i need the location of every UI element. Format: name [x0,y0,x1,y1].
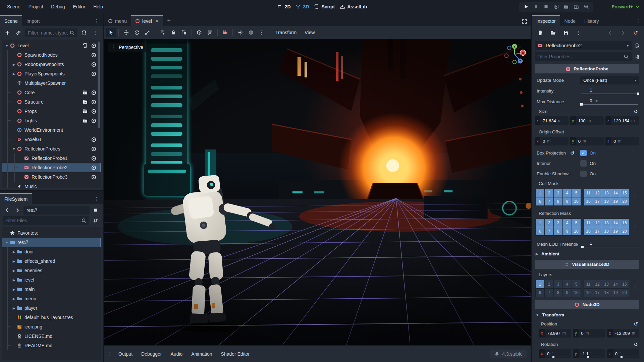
reflection_mask-bit-12[interactable]: 12 [593,219,602,227]
scene-tree-row[interactable]: ReflectionProbe3 [2,172,101,182]
expander-icon[interactable]: ▶ [11,72,17,76]
expander-icon[interactable]: ▶ [11,278,17,282]
bottom-panel-shader-editor[interactable]: Shader Editor [217,349,254,359]
cull_mask-bit-10[interactable]: 10 [572,197,581,206]
reflection_mask-bit-14[interactable]: 14 [611,219,620,227]
fs-filter-input[interactable]: Filter Files [3,216,89,225]
reflection_mask-bit-15[interactable]: 15 [620,219,629,227]
reflection_mask-bit-11[interactable]: 11 [584,219,593,227]
renderer-selector[interactable]: Forward+ [612,4,640,9]
visibility-eye-icon[interactable] [91,146,97,152]
slider-handle[interactable] [580,103,583,106]
scene-tab-menu[interactable]: menu [104,15,131,26]
position-y-spinbox[interactable]: y0m [573,329,605,338]
expander-icon[interactable]: ▶ [11,259,17,263]
expander-icon[interactable]: ▶ [11,63,17,66]
filesystem-row[interactable]: default_bus_layout.tres [2,313,101,322]
mini-slider-handle[interactable] [621,356,623,358]
scene-tree-row[interactable]: Music [2,182,101,188]
transform-menu[interactable]: Transform [272,28,300,37]
cull_mask-bit-3[interactable]: 3 [553,189,563,197]
reflection_mask-bit-4[interactable]: 4 [562,219,572,227]
size-y-spinbox[interactable]: y100m [570,116,604,125]
fs-back-button[interactable] [3,206,11,215]
inspector-tools-button[interactable] [633,54,642,59]
reflection_mask-bit-13[interactable]: 13 [602,219,611,227]
dots-vertical-icon[interactable]: ⋮ [94,18,99,24]
expander-icon[interactable]: ▶ [11,269,17,273]
cull_mask-bit-1[interactable]: 1 [535,189,545,197]
visibility-eye-icon[interactable] [91,174,97,180]
cull_mask-bit-7[interactable]: 7 [544,197,554,206]
cull_mask-bit-16[interactable]: 16 [584,197,593,206]
layers-bit-1[interactable]: 1 [535,280,545,289]
scene-tree-row[interactable]: WorldEnvironment [2,125,101,135]
tab-node[interactable]: Node [560,15,580,26]
view-menu[interactable]: View [301,28,318,37]
view-axis-gizmo[interactable]: X Y Z [502,42,527,67]
scene-tree-row[interactable]: VoxelGI [2,135,101,144]
scene-tree-row[interactable]: ▶RobotSpawnpoints [2,60,101,69]
inspector-filter-input[interactable]: Filter Properties [535,52,632,61]
revert-icon[interactable]: ↺ [634,109,639,115]
switcher-2d[interactable]: 2D [277,4,291,9]
layers-bit-20[interactable]: 20 [620,288,629,297]
rotation-z-spinbox[interactable]: z0° [607,349,639,358]
enable_shadows-checkbox[interactable] [580,171,587,177]
play-button[interactable] [522,2,530,11]
menu-scene[interactable]: Scene [3,2,24,11]
menu-editor[interactable]: Editor [69,2,89,11]
reflection_mask-bit-10[interactable]: 10 [572,227,581,236]
bottom-panel-output[interactable]: Output [114,349,137,359]
expander-icon[interactable]: ▶ [11,288,17,291]
mini-slider-handle[interactable] [587,356,589,358]
bottom-panel-animation[interactable]: Animation [187,349,216,359]
reflection_mask-bit-8[interactable]: 8 [553,227,563,236]
slider-handle[interactable] [581,246,584,248]
cull_mask-bit-13[interactable]: 13 [602,189,611,197]
save-resource-button[interactable] [561,28,570,37]
list-select-tool[interactable] [158,28,168,37]
cull_mask-bit-15[interactable]: 15 [620,189,629,197]
mesh_lod-slider[interactable]: 1 [580,240,639,249]
layers-bit-3[interactable]: 3 [553,280,563,289]
visibility-eye-icon[interactable] [91,90,97,96]
cull_mask-bit-17[interactable]: 17 [593,197,602,206]
filesystem-row[interactable]: ▼res:// [2,238,101,247]
layers-bit-9[interactable]: 9 [562,288,572,297]
section-ambient[interactable]: ▶Ambient [535,249,639,258]
cull_mask-bit-9[interactable]: 9 [562,197,572,206]
instanced-scene-icon[interactable] [83,99,88,105]
cull_mask-bit-18[interactable]: 18 [602,197,611,206]
fs-sort-button[interactable] [91,216,100,225]
scene-filter-input[interactable]: Filter: name, t:type, [25,28,77,37]
scene-tree-row[interactable]: ▶PlayerSpawnpoints [2,69,101,78]
visibility-eye-icon[interactable] [91,62,97,67]
layers-bit-5[interactable]: 5 [572,280,581,289]
filesystem-row[interactable]: TXTREADME.md [2,341,101,350]
scene-tab-level[interactable]: level× [131,15,163,26]
visibility-eye-icon[interactable] [91,165,97,171]
layers-bit-14[interactable]: 14 [611,280,620,289]
visibility-eye-icon[interactable] [91,156,97,161]
filesystem-row[interactable]: ▶door [2,247,101,256]
menu-debug[interactable]: Debug [47,2,68,11]
expander-icon[interactable]: ▶ [11,306,17,310]
reflection_mask-bit-17[interactable]: 17 [593,227,602,236]
box_projection-checkbox[interactable]: ✓ [580,150,587,156]
origin_offset-y-spinbox[interactable]: y0m [570,137,604,145]
scene-tree-row[interactable]: Props [2,107,101,116]
reflection_mask-bit-6[interactable]: 6 [535,227,545,236]
attach-script-button[interactable] [80,28,89,37]
layers-bit-11[interactable]: 11 [584,280,593,289]
size-x-spinbox[interactable]: x71.634m [535,116,569,125]
reflection_mask-bit-19[interactable]: 19 [611,227,620,236]
layers-bit-7[interactable]: 7 [544,288,554,297]
position-z-spinbox[interactable]: z-12.209m [607,329,639,338]
snap-toggle[interactable] [205,28,215,37]
expander-icon[interactable]: ▶ [11,250,17,254]
bottom-panel-audio[interactable]: Audio [167,349,187,359]
instance-scene-button[interactable] [14,28,23,37]
section-transform[interactable]: ▼Transform [535,310,639,319]
interior-checkbox[interactable] [580,160,587,167]
